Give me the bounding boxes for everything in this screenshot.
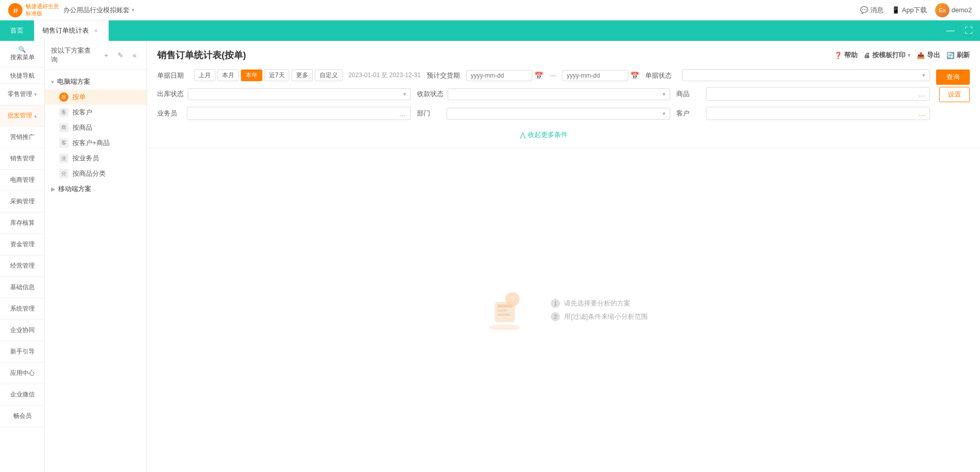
salesperson-input[interactable]: … [187,107,411,120]
top-header: 好 畅捷通好生意 标准版 办公用品行业模拟账套 ▾ 💬 消息 📱 App下载 E… [0,0,980,20]
sidebar-item-wholesale[interactable]: 批发管理 ▴ [0,105,44,127]
scheme-item-by-category[interactable]: 分 按商品分类 [45,166,146,181]
pay-status-cell: 收款状态 ▾ [417,88,671,100]
pc-scheme-group: ▾ 电脑端方案 按 按单 客 按客户 商 按商品 [45,74,146,181]
sidebar-item-retail[interactable]: 零售管理 ▾ [0,84,44,105]
add-scheme-button[interactable]: + [101,50,112,61]
scheme-icon-goods: 商 [59,123,68,132]
tab-close-button[interactable]: × [92,27,100,35]
message-icon: 💬 [860,6,868,14]
expected-date-end-input[interactable] [562,70,628,81]
custom-button[interactable]: 自定义 [315,69,342,81]
title-actions: ❓ 帮助 🖨 按模板打印 ▾ 📤 导出 [834,51,970,60]
this-month-button[interactable]: 本月 [217,69,239,81]
export-button[interactable]: 📤 导出 [917,51,940,60]
filter-top-row: 单据日期 上月 本月 本年 近7天 更多 自定义 2023-01-01 至 20… [157,69,970,139]
date-label: 单据日期 [157,71,188,80]
mobile-scheme-group: ▶ 移动端方案 [45,181,146,197]
sidebar-item-system[interactable]: 系统管理 [0,298,44,320]
sidebar-item-management[interactable]: 经营管理 [0,255,44,277]
status-select[interactable]: ▾ [682,69,930,81]
user-menu[interactable]: Ea demo2 [935,3,972,17]
tip-number-2: 2 [551,312,560,321]
status-label: 单据状态 [645,71,676,80]
header-right: 💬 消息 📱 App下载 Ea demo2 [860,3,972,17]
refresh-button[interactable]: 🔄 刷新 [946,51,970,60]
sidebar-item-inventory[interactable]: 库存核算 [0,213,44,234]
empty-state: ? 1 请先选择要分析的方案 2 用[过滤]条件来缩小分析范围 [147,148,980,472]
date-separator: — [549,72,556,79]
left-panel: 按以下方案查询 + ✎ « ▾ 电脑端方案 按 [45,41,147,472]
prev-month-button[interactable]: 上月 [194,69,215,81]
collapse-panel-button[interactable]: « [129,50,140,61]
help-button[interactable]: ❓ 帮助 [834,51,857,60]
scheme-item-by-customer-goods[interactable]: 客 按客户+商品 [45,135,146,151]
workspace-dropdown-icon[interactable]: ▾ [132,7,135,13]
sidebar-item-cooperation[interactable]: 企业协同 [0,320,44,341]
more-button[interactable]: 更多 [291,69,313,81]
sidebar-item-marketing[interactable]: 营销推广 [0,127,44,148]
scheme-item-by-order[interactable]: 按 按单 [45,89,146,105]
tab-home[interactable]: 首页 [0,20,34,41]
customer-label: 客户 [676,109,702,118]
help-icon: ❓ [834,52,842,59]
out-status-label: 出库状态 [157,89,184,99]
pc-group-arrow: ▾ [51,79,54,85]
mobile-scheme-group-header[interactable]: ▶ 移动端方案 [45,181,146,197]
customer-input[interactable]: … [706,107,930,120]
expected-date-from: 📅 [466,70,543,81]
calendar-start-icon[interactable]: 📅 [534,72,543,80]
sidebar-item-guide[interactable]: 新手引导 [0,341,44,363]
scheme-icon-customer-goods: 客 [59,138,68,148]
print-icon: 🖨 [864,52,870,59]
out-status-select[interactable]: ▾ [188,88,411,100]
tab-bar: 首页 销售订单统计表 × — ⛶ [0,20,980,41]
pc-scheme-group-header[interactable]: ▾ 电脑端方案 [45,74,146,89]
tab-sales-stats[interactable]: 销售订单统计表 × [34,20,109,41]
svg-rect-5 [497,310,507,312]
goods-input[interactable]: … [706,87,930,101]
this-year-button[interactable]: 本年 [241,69,262,81]
goods-label: 商品 [676,89,702,99]
calendar-end-icon[interactable]: 📅 [630,72,639,80]
edit-scheme-button[interactable]: ✎ [115,50,126,61]
sidebar-item-sales[interactable]: 销售管理 [0,148,44,170]
settings-button[interactable]: 设置 [939,87,970,102]
header-left: 好 畅捷通好生意 标准版 办公用品行业模拟账套 ▾ [8,3,135,17]
logo-area: 好 畅捷通好生意 标准版 [8,3,59,17]
goods-ellipsis[interactable]: … [918,90,925,98]
tab-bar-actions: — ⛶ [943,23,980,38]
sidebar-item-shortcut[interactable]: 快捷导航 [0,67,44,84]
page-title: 销售订单统计表(按单) [157,49,246,61]
page-content: 按以下方案查询 + ✎ « ▾ 电脑端方案 按 [45,41,980,472]
sidebar-item-wechat[interactable]: 企业微信 [0,384,44,406]
salesperson-ellipsis[interactable]: … [399,109,406,117]
sidebar-item-member[interactable]: 畅会员 [0,406,44,427]
customer-ellipsis[interactable]: … [918,109,925,117]
expected-date-start-input[interactable] [466,70,532,81]
pay-status-select[interactable]: ▾ [448,88,671,100]
7days-button[interactable]: 近7天 [264,69,289,81]
scheme-item-by-goods[interactable]: 商 按商品 [45,120,146,135]
scheme-item-by-salesperson[interactable]: 业 按业务员 [45,151,146,166]
scheme-icon-salesperson: 业 [59,154,68,163]
sidebar-search[interactable]: 🔍 搜索菜单 [0,41,44,67]
dept-select[interactable]: ▾ [447,108,671,120]
collapse-button[interactable]: ⋀ 收起更多条件 [157,126,930,139]
sidebar-item-finance[interactable]: 资金管理 [0,234,44,255]
tab-minimize-button[interactable]: — [943,23,958,38]
query-button[interactable]: 查询 [936,69,970,85]
sidebar-item-purchase[interactable]: 采购管理 [0,191,44,213]
workspace-title[interactable]: 办公用品行业模拟账套 ▾ [63,6,135,15]
sidebar-item-basic[interactable]: 基础信息 [0,277,44,298]
salesperson-label: 业务员 [157,109,183,118]
sidebar-item-appcenter[interactable]: 应用中心 [0,363,44,384]
sidebar: 🔍 搜索菜单 快捷导航 零售管理 ▾ 批发管理 ▴ 营销推广 销售管理 电商管理… [0,41,45,472]
message-button[interactable]: 💬 消息 [860,6,884,15]
print-button[interactable]: 🖨 按模板打印 ▾ [864,51,911,60]
left-panel-actions: + ✎ « [101,50,140,61]
tab-maximize-button[interactable]: ⛶ [962,23,976,38]
sidebar-item-ecommerce[interactable]: 电商管理 [0,170,44,191]
app-download-button[interactable]: 📱 App下载 [892,6,927,15]
scheme-item-by-customer[interactable]: 客 按客户 [45,105,146,120]
